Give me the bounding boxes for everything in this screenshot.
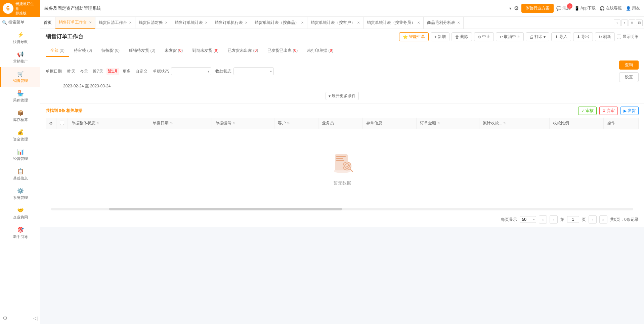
sub-tab-all[interactable]: 全部 (0) bbox=[46, 45, 69, 57]
date-yesterday[interactable]: 昨天 bbox=[66, 68, 77, 75]
date-7days[interactable]: 近7天 bbox=[91, 68, 104, 75]
tab-sales-by-product[interactable]: 销货单统计表（按商品） ✕ bbox=[251, 17, 307, 29]
sort-customer-icon[interactable]: ⇅ bbox=[287, 121, 290, 125]
app-download-item[interactable]: 📱 App下载 bbox=[574, 5, 596, 11]
delete-btn[interactable]: 🗑 删除 bbox=[452, 32, 472, 41]
refresh-btn[interactable]: ↻ 刷新 bbox=[595, 32, 615, 41]
message-icon-item[interactable]: 💬 消息 6 bbox=[556, 5, 570, 11]
audit-btn[interactable]: ✓ 审核 bbox=[578, 107, 597, 115]
tab-cash-goods[interactable]: 钱货日清对账 ✕ bbox=[135, 17, 171, 29]
smart-create-btn[interactable]: ⭐ 智能生单 bbox=[399, 32, 429, 41]
sidebar-item-tutorial[interactable]: 🎯 新手引导 bbox=[0, 223, 40, 243]
tab-home[interactable]: 首页 bbox=[40, 17, 55, 29]
sidebar-item-quicknav[interactable]: ⚡ 快捷导航 bbox=[0, 28, 40, 48]
tab-sales-by-staff[interactable]: 销货单统计表（按业务员） ✕ bbox=[363, 17, 424, 29]
plus-icon: + bbox=[434, 35, 437, 39]
search-menu-item[interactable]: 🔍 搜索菜单 bbox=[0, 17, 40, 28]
last-page-btn[interactable]: » bbox=[599, 215, 607, 224]
scroll-track[interactable] bbox=[51, 208, 633, 210]
tab-close-by-product[interactable]: ✕ bbox=[301, 21, 304, 25]
first-page-btn[interactable]: « bbox=[539, 215, 547, 224]
prev-page-btn[interactable]: ‹ bbox=[550, 215, 558, 224]
header-settings-icon[interactable]: ⚙ bbox=[514, 5, 519, 11]
tab-close-sales-stat[interactable]: ✕ bbox=[205, 21, 208, 25]
page-size-select[interactable]: 10 20 50 100 bbox=[520, 216, 536, 223]
import-btn[interactable]: ⬆ 导入 bbox=[551, 32, 571, 41]
tab-close-sales-workbench[interactable]: ✕ bbox=[89, 21, 92, 24]
sub-tab-not-shipped[interactable]: 未发货 (0) bbox=[160, 45, 187, 57]
tab-close-all-btn[interactable]: ✕ bbox=[629, 19, 635, 26]
sidebar-item-finance[interactable]: 💰 资金管理 bbox=[0, 126, 40, 145]
date-custom[interactable]: 自定义 bbox=[134, 68, 149, 75]
sort-date-icon[interactable]: ⇅ bbox=[170, 121, 173, 125]
collapse-icon[interactable]: ◁ bbox=[33, 315, 37, 321]
add-btn[interactable]: + 新增 bbox=[431, 32, 449, 41]
tab-prev-btn[interactable]: ‹ bbox=[614, 19, 620, 26]
scroll-thumb[interactable] bbox=[109, 208, 342, 210]
sub-tab-pending-review[interactable]: 待审核 (0) bbox=[69, 45, 97, 57]
sub-tab-not-printed[interactable]: 未打印单据 (0) bbox=[302, 45, 338, 57]
print-chevron[interactable]: ▾ bbox=[544, 35, 546, 39]
sidebar-item-basic-info[interactable]: 📋 基础信息 bbox=[0, 165, 40, 184]
status-select[interactable] bbox=[171, 67, 211, 75]
tab-sales-workbench[interactable]: 销售订单工作台 ✕ bbox=[55, 17, 95, 29]
date-more[interactable]: 更多 bbox=[121, 68, 132, 75]
select-all-checkbox[interactable] bbox=[60, 121, 64, 125]
tab-sales-stat[interactable]: 销售订单统计表 ✕ bbox=[171, 17, 211, 29]
user-item[interactable]: 👤 用友 bbox=[626, 5, 640, 11]
sidebar-item-inventory[interactable]: 📦 库存核算 bbox=[0, 106, 40, 126]
sidebar-item-enterprise[interactable]: 🤝 企业协同 bbox=[0, 204, 40, 223]
next-page-btn[interactable]: › bbox=[589, 215, 597, 224]
cancel-suspend-btn[interactable]: ↩ 取消中止 bbox=[496, 32, 524, 41]
sort-amount-icon[interactable]: ⇅ bbox=[437, 121, 440, 125]
date-today[interactable]: 今天 bbox=[79, 68, 89, 75]
sub-tab-shipped-in[interactable]: 已发货已出库 (0) bbox=[263, 45, 302, 57]
ship-btn[interactable]: ▶ 发货 bbox=[620, 107, 639, 115]
reject-btn[interactable]: ✗ 弃审 bbox=[599, 107, 618, 115]
payment-filter-group: 收款状态 bbox=[215, 67, 274, 75]
th-collected: 累计收款... ⇅ bbox=[479, 118, 550, 129]
horizontal-scroll-area[interactable] bbox=[40, 206, 644, 212]
sidebar-item-system[interactable]: ⚙️ 系统管理 bbox=[0, 184, 40, 204]
tab-close-cash-daily[interactable]: ✕ bbox=[129, 21, 132, 25]
sub-tab-pending-pickup[interactable]: 待拣货 (0) bbox=[97, 45, 124, 57]
tab-maximize-btn[interactable]: ⊡ bbox=[636, 19, 643, 26]
expand-conditions-btn[interactable]: ▾ 展开更多条件 bbox=[326, 92, 359, 100]
sidebar-item-sales[interactable]: 🛒 销售管理 bbox=[0, 67, 40, 87]
settings-footer-icon[interactable]: ⚙ bbox=[3, 315, 7, 321]
sidebar-item-marketing[interactable]: 📢 营销推广 bbox=[0, 48, 40, 67]
query-btn[interactable]: 查询 bbox=[619, 60, 639, 70]
th-checkbox[interactable] bbox=[56, 118, 68, 129]
tab-cash-daily[interactable]: 钱货日清工作台 ✕ bbox=[95, 17, 135, 29]
tab-sales-exec[interactable]: 销售订单执行表 ✕ bbox=[211, 17, 251, 29]
tab-close-cash-goods[interactable]: ✕ bbox=[165, 21, 168, 25]
tab-close-by-customer[interactable]: ✕ bbox=[357, 21, 360, 25]
sort-status-icon[interactable]: ⇅ bbox=[96, 121, 99, 125]
set-btn[interactable]: 设置 bbox=[619, 72, 639, 82]
sub-tab-overdue-not-shipped[interactable]: 到期未发货 (0) bbox=[187, 45, 223, 57]
tab-close-gross-margin[interactable]: ✕ bbox=[457, 21, 460, 25]
sidebar-item-purchase[interactable]: 🏪 采购管理 bbox=[0, 87, 40, 106]
suspend-btn[interactable]: ⊘ 中止 bbox=[474, 32, 494, 41]
tab-gross-margin[interactable]: 商品毛利分析表 ✕ bbox=[424, 17, 464, 29]
sub-tab-shipped-not-in[interactable]: 已发货未出库 (0) bbox=[223, 45, 263, 57]
display-detail-label[interactable]: 显示明细 bbox=[617, 34, 639, 40]
tab-close-by-staff[interactable]: ✕ bbox=[417, 21, 420, 25]
print-btn[interactable]: 🖨 打印 ▾ bbox=[526, 32, 549, 41]
sub-tab-wangpu[interactable]: 旺铺待发货 (0) bbox=[124, 45, 160, 57]
tab-close-sales-exec[interactable]: ✕ bbox=[245, 21, 248, 25]
page-number-input[interactable] bbox=[567, 216, 579, 223]
sidebar-item-operations[interactable]: 📊 经营管理 bbox=[0, 145, 40, 165]
payment-select[interactable] bbox=[233, 67, 274, 75]
export-btn[interactable]: ⬇ 导出 bbox=[573, 32, 593, 41]
tab-next-btn[interactable]: › bbox=[621, 19, 628, 26]
th-settings[interactable]: ⚙ bbox=[46, 118, 56, 129]
display-detail-checkbox[interactable] bbox=[617, 35, 621, 39]
online-service-item[interactable]: 🎧 在线客服 bbox=[600, 5, 622, 11]
system-title-chevron[interactable]: ▾ bbox=[509, 6, 511, 11]
sort-number-icon[interactable]: ⇅ bbox=[232, 121, 235, 125]
sort-collected-icon[interactable]: ⇅ bbox=[503, 121, 506, 125]
solution-btn[interactable]: 体验行业方案 bbox=[521, 4, 554, 13]
date-1month[interactable]: 近1月 bbox=[106, 68, 120, 75]
tab-sales-by-customer[interactable]: 销货单统计表（按客户） ✕ bbox=[307, 17, 363, 29]
